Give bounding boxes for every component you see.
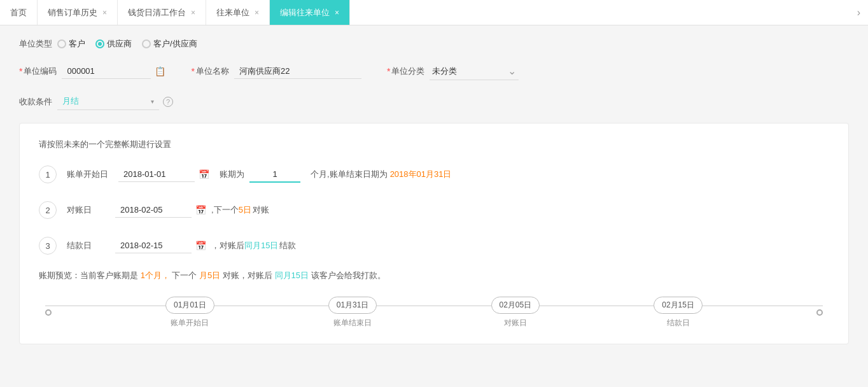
tab-edit-partner-label: 编辑往来单位 — [280, 7, 330, 18]
period-suffix2-2: 对账 — [253, 204, 269, 216]
payment-row: 收款条件 月结 ▾ ? — [19, 93, 849, 110]
unit-type-radios: 客户 供应商 客户/供应商 — [57, 38, 197, 50]
period-row-1: 1 账单开始日 📅 账期为 个月,账单结束日期为 2018年01月31日 — [39, 165, 829, 183]
unit-category-value: 未分类 — [432, 66, 508, 77]
timeline-label-1: 账单开始日 — [171, 318, 209, 328]
unit-category-label: 单位分类 — [391, 66, 424, 77]
payment-value: 月结 — [62, 95, 146, 107]
unit-name-label: 单位名称 — [196, 66, 229, 77]
preview-reconcile-suffix: 对账，对账后 — [223, 271, 272, 280]
unit-category-field: * 单位分类 未分类 ⌄ — [387, 62, 519, 80]
unit-category-star: * — [387, 66, 390, 76]
preview-section: 账期预览：当前客户账期是 1个月， 下一个 月5日 对账，对账后 同月15日 该… — [39, 260, 829, 328]
timeline-node-4: 02月15日 结款日 — [654, 297, 703, 328]
timeline: 01月01日 账单开始日 01月31日 账单结束日 02月05日 对账日 — [39, 297, 829, 328]
timeline-line — [45, 306, 823, 306]
radio-supplier-label: 供应商 — [107, 38, 132, 50]
tab-sales-history[interactable]: 销售订单历史 × — [38, 0, 118, 25]
tabs-scroll-arrow[interactable]: › — [850, 7, 868, 18]
payment-label: 收款条件 — [19, 96, 52, 108]
radio-both-circle — [142, 39, 151, 48]
period-cal-2-icon[interactable]: 📅 — [195, 205, 206, 215]
period-suffix-3: ，对账后 — [211, 240, 244, 251]
period-date-3[interactable] — [115, 238, 192, 253]
timeline-node-1: 01月01日 账单开始日 — [165, 297, 214, 328]
payment-arrow-icon: ▾ — [151, 98, 154, 105]
period-label-3: 结款日 — [67, 240, 105, 251]
unit-info-row: * 单位编码 📋 * 单位名称 * 单位分类 未分类 ⌄ — [19, 62, 849, 80]
tab-partner-unit-label: 往来单位 — [216, 7, 249, 18]
radio-supplier-circle — [95, 39, 104, 48]
period-label-1: 账单开始日 — [67, 169, 108, 180]
period-num-1: 1 — [39, 165, 57, 183]
period-num-2: 2 — [39, 201, 57, 219]
preview-payment-suffix: 该客户会给我打款。 — [311, 271, 386, 280]
tab-partner-unit[interactable]: 往来单位 × — [206, 0, 270, 25]
preview-text: 账期预览：当前客户账期是 1个月， 下一个 月5日 对账，对账后 同月15日 该… — [39, 270, 829, 281]
tab-cash-work-close[interactable]: × — [191, 8, 195, 17]
unit-code-star: * — [19, 66, 22, 76]
timeline-label-2: 账单结束日 — [333, 318, 372, 328]
period-label-2: 对账日 — [67, 204, 105, 216]
tab-cash-work[interactable]: 钱货日清工作台 × — [118, 0, 206, 25]
unit-name-field: * 单位名称 — [191, 64, 361, 79]
timeline-end-dot — [816, 309, 823, 316]
main-content: 单位类型 客户 供应商 客户/供应商 — [0, 25, 868, 357]
tab-sales-history-close[interactable]: × — [102, 8, 107, 17]
period-day-highlight-3: 同月15日 — [244, 240, 278, 251]
payment-help-icon[interactable]: ? — [163, 97, 173, 107]
timeline-label-3: 对账日 — [504, 318, 527, 328]
unit-code-input[interactable] — [62, 64, 151, 79]
tab-home[interactable]: 首页 — [0, 0, 38, 25]
unit-type-label: 单位类型 — [19, 38, 52, 50]
payment-select[interactable]: 月结 ▾ — [57, 93, 159, 110]
timeline-badge-2: 01月31日 — [328, 297, 377, 314]
preview-reconcile-prefix: 下一个 — [172, 271, 197, 280]
period-suffix-2: ,下一个 — [211, 204, 239, 216]
timeline-node-3: 02月05日 对账日 — [491, 297, 540, 328]
period-end-date-highlight: 2018年01月31日 — [390, 169, 452, 180]
unit-code-label: 单位编码 — [24, 66, 57, 77]
unit-name-star: * — [191, 66, 194, 76]
period-cal-3-icon[interactable]: 📅 — [195, 241, 206, 251]
period-date-2[interactable] — [115, 202, 192, 218]
period-months-input[interactable] — [249, 167, 300, 183]
timeline-badge-4: 02月15日 — [654, 297, 703, 314]
period-suffix2-3: 结款 — [279, 240, 296, 251]
radio-customer-circle — [57, 39, 66, 48]
preview-payment-day: 同月15日 — [275, 271, 309, 280]
preview-months: 1个月， — [141, 271, 170, 280]
radio-customer-label: 客户 — [69, 38, 85, 50]
tab-cash-work-label: 钱货日清工作台 — [128, 7, 186, 18]
period-row-2: 2 对账日 📅 ,下一个 5日 对账 — [39, 201, 829, 219]
tab-home-label: 首页 — [10, 7, 27, 18]
unit-code-icon[interactable]: 📋 — [155, 66, 165, 76]
unit-category-chevron-icon: ⌄ — [508, 65, 516, 77]
radio-customer[interactable]: 客户 — [57, 38, 85, 50]
unit-type-row: 单位类型 客户 供应商 客户/供应商 — [19, 38, 849, 50]
period-num-3: 3 — [39, 237, 57, 255]
tab-edit-partner[interactable]: 编辑往来单位 × — [270, 0, 350, 25]
tab-edit-partner-close[interactable]: × — [335, 8, 339, 17]
radio-both-label: 客户/供应商 — [153, 38, 197, 50]
period-row-3: 3 结款日 📅 ，对账后 同月15日 结款 — [39, 237, 829, 255]
timeline-label-4: 结款日 — [667, 318, 690, 328]
period-suffix-after-1: 个月,账单结束日期为 — [311, 169, 388, 180]
tabs-bar: 首页 销售订单历史 × 钱货日清工作台 × 往来单位 × 编辑往来单位 × › — [0, 0, 868, 25]
tab-partner-unit-close[interactable]: × — [255, 8, 259, 17]
timeline-badge-3: 02月05日 — [491, 297, 540, 314]
timeline-badge-1: 01月01日 — [165, 297, 214, 314]
radio-supplier[interactable]: 供应商 — [95, 38, 132, 50]
unit-code-field: * 单位编码 📋 — [19, 64, 165, 79]
unit-name-input[interactable] — [234, 64, 361, 79]
preview-reconcile-day: 月5日 — [199, 271, 220, 280]
period-day-highlight-2: 5日 — [239, 204, 251, 216]
radio-both[interactable]: 客户/供应商 — [142, 38, 197, 50]
period-cal-1-icon[interactable]: 📅 — [199, 169, 209, 179]
preview-prefix: 账期预览：当前客户账期是 — [39, 271, 138, 280]
unit-type-field: 单位类型 客户 供应商 客户/供应商 — [19, 38, 197, 50]
period-box: 请按照未来的一个完整帐期进行设置 1 账单开始日 📅 账期为 个月,账单结束日期… — [19, 123, 849, 344]
unit-category-select[interactable]: 未分类 ⌄ — [430, 62, 519, 80]
tab-sales-history-label: 销售订单历史 — [48, 7, 97, 18]
period-date-1[interactable] — [118, 167, 195, 182]
